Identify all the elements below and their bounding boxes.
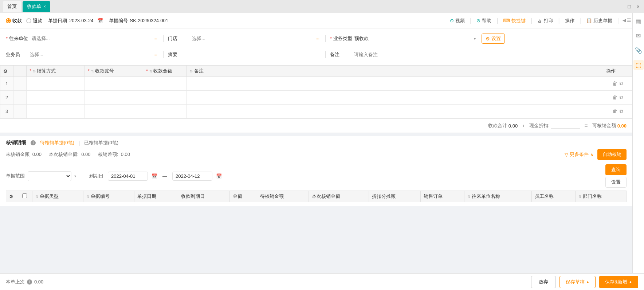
salesperson-ellipsis[interactable]: ··· [152,52,159,58]
tab-home[interactable]: 首页 [3,1,21,12]
main-scroll[interactable]: 往来单位 ··· 门店 ··· 业务类型 预收款 ▾ ⚙ 设 [0,28,644,273]
done-tab-link[interactable]: 已核销单据(0笔) [84,140,118,146]
amount-cell-1[interactable] [143,77,187,91]
tab-receipt[interactable]: 收款单 × [23,1,50,12]
bottom-col-type: ⇅ 单据类型 [32,191,83,202]
col-gear[interactable]: ⚙ [0,66,13,77]
radio-receipt[interactable]: 收款 [6,17,22,24]
video-btn[interactable]: ⊙ 视频 [448,17,466,25]
account-cell-3[interactable] [85,105,143,118]
settle-cell-1[interactable] [27,77,85,91]
save-new-chevron[interactable]: ▲ [629,280,632,284]
info-icon[interactable]: i [31,140,36,145]
sort-partner[interactable]: ⇅ [467,195,470,199]
sidebar-table-icon[interactable]: ▦ [633,16,644,26]
query-button[interactable]: 查询 [605,164,627,175]
bottom-col-gear[interactable]: ⚙ [6,191,19,202]
pending-tab-link[interactable]: 待核销单据(0笔) [40,140,74,146]
calendar-end-icon[interactable]: 📅 [216,173,222,179]
sort-dept[interactable]: ⇅ [578,195,581,199]
abandon-button[interactable]: 放弃 [531,276,556,288]
radio-refund[interactable]: 退款 [26,17,42,24]
sidebar-scan-icon[interactable]: ⬚ [633,60,644,70]
sort-number[interactable]: ⇅ [86,195,89,199]
minimize-button[interactable]: — [615,4,623,9]
total-value: 0.00 [508,123,518,129]
copy-icon-3[interactable]: ⧉ [620,108,623,114]
amount-cell-3[interactable] [143,105,187,118]
remark-input[interactable] [353,51,627,58]
bottom-col-pending: 待核销金额 [257,191,309,202]
note-cell-2[interactable] [187,91,603,105]
calendar-start-icon[interactable]: 📅 [152,173,157,179]
action-btn[interactable]: 操作 [564,17,576,25]
bottom-col-check[interactable] [19,191,32,202]
next-info-icon[interactable]: i [27,279,32,285]
discount-input[interactable] [551,123,580,129]
shortcut-btn[interactable]: ⌨ 快捷键 [502,17,527,25]
date-start-input[interactable] [108,172,148,181]
range-select[interactable] [28,171,71,181]
save-draft-button[interactable]: 保存草稿 ▲ [559,276,596,288]
summary-input[interactable] [191,51,321,58]
settle-cell-3[interactable] [27,105,85,118]
history-btn[interactable]: 📋 历史单据 [585,17,614,25]
sep1 [163,35,164,42]
partner-label: 往来单位 [6,35,28,42]
writeoff-section: 核销明细 i 待核销单据(0笔) | 已核销单据(0笔) 未核销金额 0.00 … [0,136,632,206]
store-input[interactable] [191,35,312,42]
list-layout-icon[interactable]: ☰ [627,17,631,24]
close-button[interactable]: × [635,4,641,9]
total-item: 收款合计 0.00 [488,122,518,129]
select-all-checkbox[interactable] [22,193,27,198]
settings-button[interactable]: ⚙ 设置 [482,34,505,44]
bottom-col-order: 销售订单 [421,191,464,202]
col-settle: ⇅ 结算方式 [27,66,85,77]
delete-icon-3[interactable]: 🗑 [612,108,617,114]
radio-refund-label: 退款 [33,17,42,24]
uncanceled-value: 0.00 [32,152,42,157]
biz-type-chevron[interactable]: ▾ [474,37,476,41]
history-icon: 📋 [586,18,592,23]
auto-writeoff-btn[interactable]: 自动核销 [597,149,627,160]
delete-icon-2[interactable]: 🗑 [612,94,617,101]
sidebar-mail-icon[interactable]: ✉ [633,31,644,41]
note-cell-3[interactable] [187,105,603,118]
delete-icon-1[interactable]: 🗑 [612,81,617,87]
save-new-button[interactable]: 保存&新增 ▲ [599,276,638,288]
copy-icon-1[interactable]: ⧉ [620,81,623,87]
col-amount: ⇅ 收款金额 [143,66,187,77]
range-dropdown-icon[interactable]: ▾ [74,174,76,178]
maximize-button[interactable]: □ [626,4,632,9]
account-cell-2[interactable] [85,91,143,105]
tab-close-icon[interactable]: × [43,4,46,9]
number-label: 单据编号 [109,17,128,24]
amount-cell-2[interactable] [143,91,187,105]
tab-receipt-label: 收款单 [27,3,41,10]
store-ellipsis[interactable]: ··· [314,36,321,42]
partner-ellipsis[interactable]: ··· [152,36,159,42]
more-conditions-btn[interactable]: ▽ 更多条件 ∧ [565,151,594,158]
prev-layout-icon[interactable]: ◀ [623,17,626,24]
partner-input[interactable] [30,35,150,42]
sidebar-clip-icon[interactable]: 📎 [633,45,644,55]
available-item: 可核销金额 0.00 [592,122,627,129]
settle-cell-2[interactable] [27,91,85,105]
save-draft-chevron[interactable]: ▲ [586,280,590,284]
writeoff-settings-button[interactable]: 设置 [605,177,627,188]
salesperson-input[interactable] [28,51,150,58]
copy-icon-2[interactable]: ⧉ [620,94,623,101]
divider5: | [580,17,581,24]
equals-sign: = [584,122,588,129]
date-end-input[interactable] [172,172,212,181]
note-cell-1[interactable] [187,77,603,91]
account-cell-1[interactable] [85,77,143,91]
calendar-icon[interactable]: 📅 [97,18,103,23]
sep4 [325,51,326,58]
action-cell-3: 🗑 ⧉ [603,105,632,118]
save-draft-label: 保存草稿 [566,279,585,285]
sort-type[interactable]: ⇅ [35,195,38,199]
discount-label: 现金折扣: [529,122,550,129]
print-btn[interactable]: 🖨 打印 [536,17,555,25]
help-btn[interactable]: ⊙ 帮助 [475,17,493,25]
